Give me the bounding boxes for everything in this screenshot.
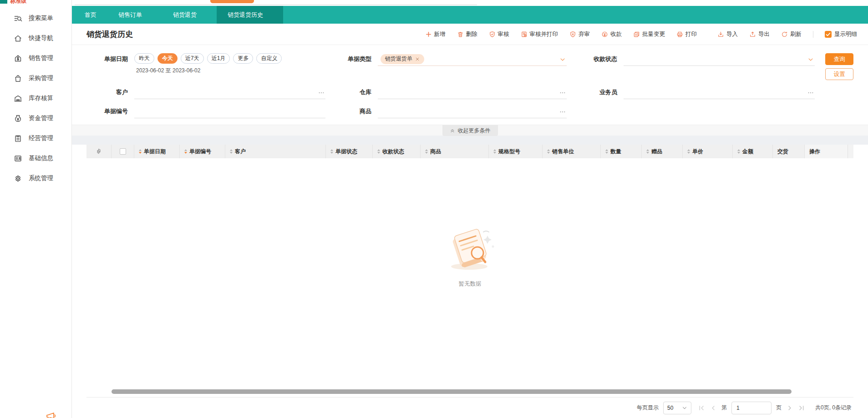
tab-close-icon[interactable] (146, 12, 151, 17)
date-pill[interactable]: 近7天 (181, 53, 204, 64)
horizontal-scrollbar[interactable] (112, 389, 792, 394)
date-pill[interactable]: 今天 (157, 53, 178, 64)
sidebar-item[interactable]: 销售管理 (0, 48, 71, 68)
query-button[interactable]: 查询 (825, 53, 853, 65)
purchase-icon (14, 74, 22, 83)
tab-label: 销货退货历史 (228, 11, 263, 19)
toolbar-button[interactable]: 收款 (601, 30, 622, 38)
doc-no-field (134, 105, 325, 118)
table-column-header[interactable]: 商品 (421, 145, 489, 158)
sidebar-item[interactable]: 搜索菜单 (0, 8, 71, 28)
ellipsis-icon[interactable] (559, 90, 566, 96)
tab[interactable]: 销货退货 (162, 6, 217, 24)
ellipsis-icon[interactable] (807, 90, 814, 96)
table-column-header[interactable]: 数量 (601, 145, 642, 158)
select-all-checkbox[interactable] (112, 145, 134, 158)
page-next-icon[interactable] (786, 404, 793, 412)
page-nav: 第 页 (698, 402, 805, 414)
cropped-top-button[interactable] (210, 0, 254, 3)
payment-status-input[interactable] (624, 52, 815, 66)
tab[interactable]: 销售订单 (107, 6, 162, 24)
date-pill[interactable]: 昨天 (134, 53, 154, 64)
doc-type-field: 销货退货单 (378, 52, 567, 80)
customer-input[interactable] (134, 86, 325, 99)
chevron-down-icon[interactable] (559, 56, 566, 63)
show-detail-checkbox[interactable]: 显示明细 (825, 30, 857, 38)
tab[interactable]: 首页 (74, 6, 107, 24)
sidebar: 标准版 搜索菜单 快捷导航 销售管理 采购管理 库存核算 (0, 0, 72, 418)
megaphone-icon[interactable] (46, 410, 56, 418)
table-column-header[interactable]: 交货 (773, 145, 805, 158)
show-detail-label: 显示明细 (834, 30, 857, 38)
warehouse-input[interactable] (378, 86, 567, 99)
unaudit-icon (569, 31, 576, 38)
toolbar-button[interactable]: 批量变更 (633, 30, 665, 38)
table-column-header[interactable]: 单据日期 (134, 145, 180, 158)
sidebar-item[interactable]: 快捷导航 (0, 28, 71, 48)
page-size-select[interactable]: 50 (663, 402, 691, 414)
table-column-header[interactable]: 单价 (683, 145, 733, 158)
system-icon (14, 174, 22, 183)
toolbar-button-label: 批量变更 (642, 30, 665, 38)
page-prev-icon[interactable] (710, 404, 717, 412)
toolbar-button[interactable]: 审核并打印 (521, 30, 558, 38)
edition-label: 标准版 (10, 0, 26, 5)
settings-button[interactable]: 设置 (825, 68, 853, 80)
doc-no-input[interactable] (134, 105, 325, 118)
tab-close-icon[interactable] (267, 12, 272, 17)
import-icon (717, 31, 724, 38)
page-number-input[interactable] (731, 402, 772, 414)
toolbar-button[interactable]: 导入 (717, 30, 738, 38)
toolbar-button[interactable]: 打印 (676, 30, 706, 38)
toolbar-button[interactable]: 刷新 (781, 30, 802, 38)
date-pill[interactable]: 自定义 (256, 53, 282, 64)
page-last-icon[interactable] (798, 404, 805, 412)
table-column-header[interactable]: 操作 (805, 145, 848, 158)
table-column-header[interactable]: 客户 (225, 145, 326, 158)
collapse-more-conditions[interactable]: 收起更多条件 (442, 125, 498, 136)
tab[interactable]: 销货退货历史 (217, 6, 283, 24)
table-column-header[interactable]: 赠品 (642, 145, 683, 158)
page-first-icon[interactable] (698, 404, 705, 412)
column-label: 交货 (777, 148, 788, 156)
toolbar-button[interactable]: 审核 (489, 30, 509, 38)
sidebar-item[interactable]: 基础信息 (0, 148, 71, 168)
close-icon[interactable] (415, 57, 420, 61)
ellipsis-icon[interactable] (559, 109, 566, 115)
date-pill[interactable]: 近1月 (207, 53, 230, 64)
toolbar-button[interactable]: 弃审 (569, 30, 590, 38)
chevron-down-icon[interactable] (807, 56, 814, 63)
column-label: 单价 (692, 148, 703, 156)
doc-type-input[interactable]: 销货退货单 (378, 52, 567, 66)
ellipsis-icon[interactable] (318, 90, 325, 96)
salesman-input[interactable] (624, 86, 815, 99)
toolbar-button[interactable]: 导出 (749, 30, 770, 38)
sidebar-item-label: 系统管理 (29, 174, 53, 182)
doc-type-label: 单据类型 (325, 52, 378, 80)
table-column-header[interactable]: 单据编号 (180, 145, 225, 158)
product-input[interactable] (378, 105, 567, 118)
home-icon (14, 34, 22, 43)
tab-close-icon[interactable] (201, 12, 206, 17)
sidebar-item[interactable]: 库存核算 (0, 88, 71, 108)
page-size-value: 50 (667, 405, 673, 411)
date-pill[interactable]: 更多 (233, 53, 253, 64)
table-column-header[interactable]: 单据状态 (326, 145, 373, 158)
column-settings-button[interactable] (86, 145, 112, 158)
column-label: 收款状态 (382, 148, 404, 156)
toolbar-button[interactable]: 删除 (457, 30, 477, 38)
toolbar-buttons: 新增 删除 审核 审核并打印 (425, 30, 802, 38)
sidebar-item[interactable]: 系统管理 (0, 168, 71, 188)
table-column-header[interactable]: 收款状态 (373, 145, 421, 158)
sidebar-item[interactable]: 采购管理 (0, 68, 71, 88)
trash-icon (457, 31, 464, 38)
sidebar-item[interactable]: 资金管理 (0, 108, 71, 128)
table-column-header[interactable]: 销售单位 (543, 145, 601, 158)
table-column-header[interactable]: 金额 (733, 145, 773, 158)
table-panel: 单据日期 单据编号 客户 (72, 145, 868, 418)
toolbar-button-label: 删除 (466, 30, 477, 38)
table-column-header[interactable]: 规格型号 (489, 145, 543, 158)
toolbar-button[interactable]: 新增 (425, 30, 446, 38)
sidebar-item[interactable]: 经营管理 (0, 128, 71, 148)
print-icon (676, 31, 683, 38)
